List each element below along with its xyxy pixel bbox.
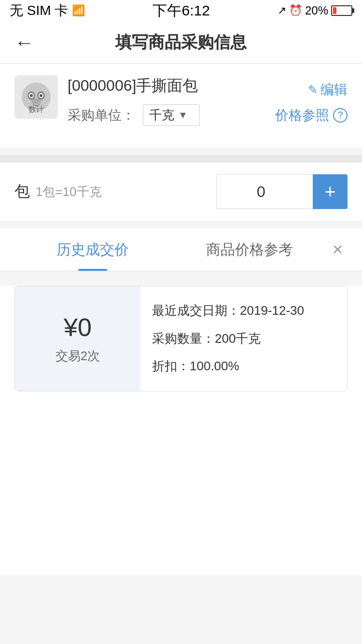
quantity-controls: +	[216, 174, 348, 209]
unit-label: 采购单位：	[68, 106, 135, 125]
svg-point-6	[40, 94, 42, 97]
page-title: 填写商品采购信息	[115, 31, 247, 54]
content-area: ¥0 交易2次 最近成交日期：2019-12-30 采购数量：200千克 折扣：…	[0, 286, 362, 575]
transaction-discount: 折扣：100.00%	[152, 356, 335, 377]
close-button[interactable]: ×	[328, 235, 348, 265]
battery-icon	[331, 5, 352, 16]
time-display: 下午6:12	[153, 1, 209, 21]
product-header: 数计 [0000006]手撕面包 ✎ 编辑 采购单位： 千克 ▼ 价格参照	[14, 75, 348, 126]
product-name: [0000006]手撕面包	[68, 75, 198, 97]
thumbnail-label: 数计	[14, 105, 58, 115]
unit-select-dropdown[interactable]: 千克 ▼	[143, 104, 200, 126]
transaction-left: ¥0 交易2次	[15, 286, 140, 391]
divider	[0, 155, 362, 163]
transaction-right: 最近成交日期：2019-12-30 采购数量：200千克 折扣：100.00%	[140, 286, 347, 391]
transaction-card: ¥0 交易2次 最近成交日期：2019-12-30 采购数量：200千克 折扣：…	[14, 286, 348, 392]
edit-icon: ✎	[308, 83, 318, 97]
battery-fill	[333, 7, 336, 14]
back-button[interactable]: ←	[10, 28, 39, 57]
alarm-icon: ⏰	[289, 4, 302, 17]
wifi-icon: 📶	[72, 4, 85, 17]
location-icon: ↗	[278, 4, 286, 17]
dropdown-arrow-icon: ▼	[178, 110, 188, 121]
tabs-header: 历史成交价 商品价格参考 ×	[0, 228, 362, 271]
quantity-unit-info: 包 1包=10千克	[14, 181, 102, 202]
tabs-section: 历史成交价 商品价格参考 ×	[0, 228, 362, 271]
product-thumbnail: 数计	[14, 75, 58, 119]
status-left: 无 SIM 卡 📶	[10, 1, 85, 20]
product-unit-row: 采购单位： 千克 ▼ 价格参照 ?	[68, 104, 348, 126]
unit-value: 千克	[149, 107, 174, 124]
tab-product-price-ref[interactable]: 商品价格参考	[171, 228, 327, 271]
status-bar: 无 SIM 卡 📶 下午6:12 ↗ ⏰ 20%	[0, 0, 362, 21]
svg-point-5	[30, 94, 33, 97]
transaction-price: ¥0	[64, 313, 92, 342]
product-info: [0000006]手撕面包 ✎ 编辑 采购单位： 千克 ▼ 价格参照 ?	[68, 75, 348, 126]
nav-bar: ← 填写商品采购信息	[0, 21, 362, 64]
transaction-date: 最近成交日期：2019-12-30	[152, 301, 335, 321]
edit-button[interactable]: ✎ 编辑	[308, 81, 348, 99]
product-section: 数计 [0000006]手撕面包 ✎ 编辑 采购单位： 千克 ▼ 价格参照	[0, 64, 362, 147]
transaction-count: 交易2次	[56, 348, 100, 364]
help-icon: ?	[333, 108, 348, 123]
unit-conversion: 1包=10千克	[36, 183, 102, 200]
quantity-plus-button[interactable]: +	[313, 174, 348, 209]
unit-badge: 包	[14, 181, 30, 202]
price-reference-button[interactable]: 价格参照 ?	[275, 106, 348, 125]
transaction-quantity: 采购数量：200千克	[152, 329, 335, 349]
quantity-section: 包 1包=10千克 +	[0, 163, 362, 221]
svg-point-7	[31, 98, 41, 104]
carrier-text: 无 SIM 卡	[10, 1, 68, 20]
quantity-input[interactable]	[216, 174, 313, 209]
header-actions: [0000006]手撕面包 ✎ 编辑	[68, 75, 348, 104]
tab-history-price[interactable]: 历史成交价	[14, 228, 171, 271]
battery-percent: 20%	[305, 4, 328, 17]
status-right: ↗ ⏰ 20%	[278, 4, 352, 17]
